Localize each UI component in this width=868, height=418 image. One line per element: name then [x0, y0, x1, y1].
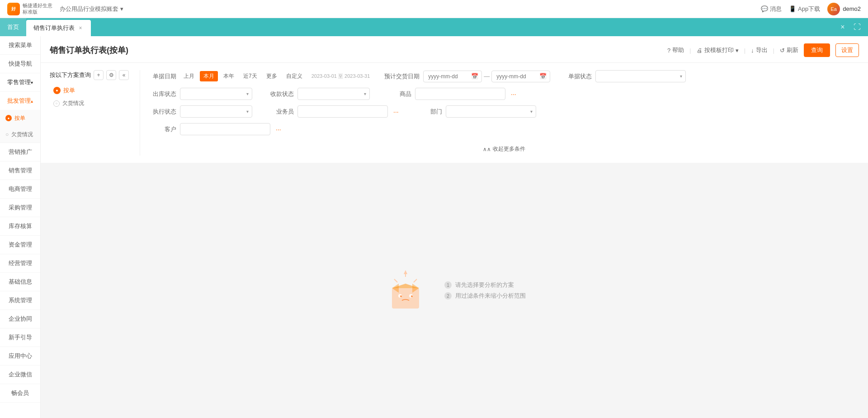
goods-input[interactable]: [415, 88, 505, 100]
app-download-button[interactable]: 📱 App下载: [789, 5, 820, 13]
help-button[interactable]: ? 帮助: [667, 46, 684, 54]
empty-tip-1: 1 请先选择要分析的方案: [444, 281, 526, 289]
export-icon: ↓: [751, 47, 754, 54]
filter-row-3: 执行状态 ▾ 业务员 ···: [149, 105, 859, 118]
filter-group-customer: 客户 ···: [149, 123, 283, 135]
refresh-button[interactable]: ↺ 刷新: [780, 46, 798, 54]
last-month-button[interactable]: 上月: [180, 71, 198, 81]
sidebar-item-marketing[interactable]: 营销推广: [0, 143, 40, 161]
scheme-debt-icon: ○: [53, 100, 60, 107]
payment-status-select-wrap: ▾: [297, 88, 370, 100]
sidebar-item-search[interactable]: 搜索菜单: [0, 36, 40, 54]
order-status-label: 单据状态: [565, 72, 592, 81]
tab-close-icon[interactable]: ×: [77, 25, 84, 31]
salesperson-label: 业务员: [267, 108, 294, 116]
export-button[interactable]: ↓ 导出: [751, 46, 768, 54]
sidebar-item-wholesale[interactable]: 批发管理 ▴: [0, 92, 40, 110]
print-icon: 🖨: [697, 47, 703, 54]
expand-retail-icon: ▾: [31, 80, 33, 85]
sidebar-subitem-debt[interactable]: ○ 欠货情况: [0, 126, 40, 142]
sidebar-subitem-order[interactable]: ● 按单: [0, 110, 40, 126]
sidebar-item-sales[interactable]: 销售管理: [0, 162, 40, 180]
department-select[interactable]: [446, 105, 536, 118]
order-status-select[interactable]: [595, 70, 686, 82]
page-header: 销售订单执行表(按单) ? 帮助 | 🖨 按模板打印 ▾ | ↓: [41, 36, 868, 63]
sidebar-section-inventory: 库存核算: [0, 217, 40, 236]
current-year-button[interactable]: 本年: [220, 71, 238, 81]
user-avatar-area[interactable]: Ea demo2: [827, 3, 861, 15]
current-month-button[interactable]: 本月: [200, 71, 218, 81]
sidebar-item-inventory[interactable]: 库存核算: [0, 217, 40, 235]
sidebar-section-sales: 销售管理: [0, 162, 40, 180]
customer-input[interactable]: [180, 123, 270, 135]
sidebar-item-system[interactable]: 系统管理: [0, 291, 40, 309]
sidebar-item-purchase[interactable]: 采购管理: [0, 199, 40, 217]
filter-row-4: 客户 ···: [149, 123, 859, 135]
department-select-wrap: ▾: [446, 105, 536, 118]
collapse-button[interactable]: ∧∧ 收起更多条件: [476, 142, 533, 156]
sidebar-item-finance[interactable]: 资金管理: [0, 236, 40, 254]
sidebar-item-operations[interactable]: 经营管理: [0, 254, 40, 272]
sidebar-item-member[interactable]: 畅会员: [0, 384, 40, 402]
filter-scheme-header: 按以下方案查询 + ⚙ «: [50, 70, 132, 80]
sidebar-item-quicknav[interactable]: 快捷导航: [0, 55, 40, 73]
last7days-button[interactable]: 近7天: [240, 71, 261, 81]
filter-scheme-panel: 按以下方案查询 + ⚙ « ● 按单 ○ 欠货情况: [50, 70, 140, 156]
sidebar-item-apps[interactable]: 应用中心: [0, 347, 40, 365]
filter-group-goods: 商品 ···: [384, 88, 518, 100]
tab-bar: 首页 销售订单执行表 × × ⛶: [0, 18, 868, 36]
query-button[interactable]: 查询: [804, 43, 830, 57]
delivery-status-select[interactable]: [180, 88, 252, 100]
payment-status-select[interactable]: [297, 88, 370, 100]
sidebar-section-finance: 资金管理: [0, 236, 40, 254]
period-buttons: 上月 本月 本年 近7天 更多 自定义: [180, 71, 306, 81]
tab-sales-order[interactable]: 销售订单执行表 ×: [26, 20, 91, 36]
print-button[interactable]: 🖨 按模板打印 ▾: [697, 46, 739, 54]
scheme-item-order[interactable]: ● 按单: [50, 84, 132, 97]
sidebar-section-purchase: 采购管理: [0, 199, 40, 217]
settings-button[interactable]: 设置: [835, 43, 859, 57]
expected-delivery-label: 预计交货日期: [384, 72, 420, 81]
filter-panel: 按以下方案查询 + ⚙ « ● 按单 ○ 欠货情况: [41, 63, 868, 163]
sidebar-section-enterprise: 企业协同: [0, 310, 40, 328]
svg-line-10: [414, 279, 417, 282]
salesperson-more-button[interactable]: ···: [392, 108, 401, 115]
tab-home[interactable]: 首页: [0, 18, 26, 36]
sidebar-item-ecommerce[interactable]: 电商管理: [0, 180, 40, 198]
customer-label: 客户: [149, 125, 176, 133]
scheme-add-button[interactable]: +: [94, 70, 104, 80]
more-period-button[interactable]: 更多: [263, 71, 281, 81]
scheme-order-icon: ●: [53, 87, 61, 94]
filter-group-delivery-status: 出库状态 ▾: [149, 88, 252, 100]
salesperson-input[interactable]: [297, 105, 388, 118]
custom-period-button[interactable]: 自定义: [283, 71, 306, 81]
scheme-item-debt[interactable]: ○ 欠货情况: [50, 97, 132, 109]
sidebar-item-retail[interactable]: 零售管理 ▾: [0, 73, 40, 91]
sidebar-item-wechat[interactable]: 企业微信: [0, 366, 40, 384]
sidebar-item-basic[interactable]: 基础信息: [0, 273, 40, 291]
window-close-button[interactable]: ×: [837, 22, 848, 33]
sidebar-section-system: 系统管理: [0, 291, 40, 310]
execution-status-select[interactable]: [180, 105, 252, 118]
filter-scheme-actions: + ⚙ «: [94, 70, 129, 80]
scheme-collapse-button[interactable]: «: [119, 70, 129, 80]
date-start-input[interactable]: [423, 71, 482, 82]
date-end-input[interactable]: [491, 71, 550, 82]
goods-more-button[interactable]: ···: [509, 90, 518, 98]
filter-row-2: 出库状态 ▾ 收款状态: [149, 88, 859, 100]
nav-dropdown[interactable]: 办公用品行业模拟账套 ▾: [56, 3, 127, 15]
sidebar-section-quicknav: 快捷导航: [0, 55, 40, 73]
window-maximize-button[interactable]: ⛶: [852, 22, 863, 33]
message-button[interactable]: 💬 消息: [761, 5, 782, 13]
avatar: Ea: [827, 3, 840, 15]
svg-marker-9: [404, 270, 407, 274]
order-date-label: 单据日期: [149, 72, 176, 81]
customer-more-button[interactable]: ···: [274, 126, 283, 133]
department-label: 部门: [415, 108, 442, 116]
sidebar-item-onboarding[interactable]: 新手引导: [0, 328, 40, 347]
sidebar-item-enterprise[interactable]: 企业协同: [0, 310, 40, 328]
filter-group-payment-status: 收款状态 ▾: [267, 88, 370, 100]
date-separator: —: [484, 73, 490, 80]
scheme-settings-button[interactable]: ⚙: [106, 70, 116, 80]
tab-bar-actions: × ⛶: [837, 22, 868, 33]
